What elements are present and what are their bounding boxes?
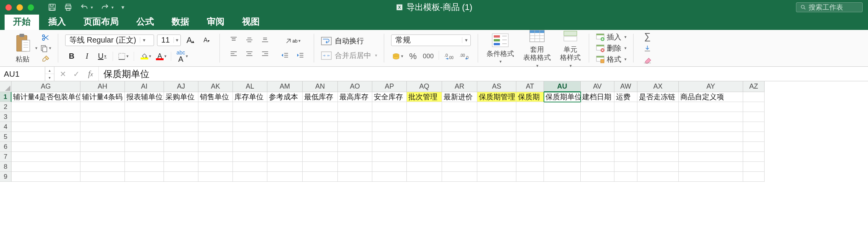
accounting-format-button[interactable]: ▾: [391, 51, 404, 62]
cell[interactable]: [516, 162, 544, 172]
cell[interactable]: [679, 142, 743, 152]
tab-公式[interactable]: 公式: [128, 13, 162, 30]
cell[interactable]: [372, 162, 407, 172]
cell[interactable]: [80, 132, 125, 142]
underline-button[interactable]: U▾: [96, 51, 109, 62]
cell[interactable]: [637, 142, 679, 152]
cell[interactable]: [442, 172, 477, 182]
cell[interactable]: [198, 162, 233, 172]
cell[interactable]: [442, 122, 477, 132]
cell[interactable]: [303, 132, 338, 142]
cell[interactable]: [544, 172, 581, 182]
cell[interactable]: [198, 102, 233, 112]
cell[interactable]: [442, 132, 477, 142]
search-input[interactable]: [809, 3, 858, 12]
tab-插入[interactable]: 插入: [40, 13, 74, 30]
cell[interactable]: 最低库存: [303, 92, 338, 102]
cell[interactable]: [743, 172, 765, 182]
search-box[interactable]: [796, 2, 863, 12]
cell[interactable]: [516, 142, 544, 152]
cell[interactable]: [198, 152, 233, 162]
autosum-button[interactable]: ∑: [640, 31, 654, 42]
cell[interactable]: 建档日期: [581, 92, 614, 102]
cell[interactable]: [125, 162, 164, 172]
cell[interactable]: [743, 92, 765, 102]
decrease-decimal-button[interactable]: .00.0: [458, 51, 471, 62]
italic-button[interactable]: I: [80, 51, 93, 62]
cell[interactable]: [407, 122, 442, 132]
cell[interactable]: [581, 102, 614, 112]
cell[interactable]: [679, 162, 743, 172]
cell[interactable]: [198, 112, 233, 122]
column-header[interactable]: AH: [80, 81, 125, 92]
font-name-combo[interactable]: 等线 Regular (正文) ▾: [65, 35, 154, 46]
formula-input[interactable]: [99, 67, 868, 81]
cell[interactable]: [164, 122, 198, 132]
cell[interactable]: 最高库存: [338, 92, 372, 102]
minimize-window-button[interactable]: [16, 4, 23, 11]
cell[interactable]: [125, 152, 164, 162]
percent-button[interactable]: %: [406, 51, 419, 62]
cell[interactable]: [11, 152, 80, 162]
cell[interactable]: [407, 102, 442, 112]
cell[interactable]: [372, 112, 407, 122]
cell[interactable]: [516, 102, 544, 112]
cell[interactable]: [743, 132, 765, 142]
copy-button[interactable]: ▾: [40, 43, 51, 53]
cell[interactable]: [198, 172, 233, 182]
column-header[interactable]: AU: [544, 81, 581, 92]
row-header[interactable]: 4: [0, 122, 11, 132]
cell[interactable]: [11, 122, 80, 132]
insert-cells-button[interactable]: 插入▾: [596, 32, 627, 42]
decrease-indent-button[interactable]: [278, 50, 292, 61]
cell[interactable]: [267, 152, 303, 162]
cell[interactable]: [198, 142, 233, 152]
tab-页面布局[interactable]: 页面布局: [75, 13, 127, 30]
qat-customize-icon[interactable]: ▾: [121, 4, 124, 11]
cut-button[interactable]: [40, 33, 51, 43]
cell[interactable]: [679, 112, 743, 122]
name-box-stepper[interactable]: ▴▾: [45, 67, 54, 81]
cell[interactable]: [407, 132, 442, 142]
cell[interactable]: [581, 122, 614, 132]
cell[interactable]: [80, 152, 125, 162]
cell[interactable]: [267, 112, 303, 122]
cell[interactable]: [233, 172, 267, 182]
cell[interactable]: [637, 132, 679, 142]
cell[interactable]: 是否走冻链: [637, 92, 679, 102]
orientation-button[interactable]: ab▾: [285, 36, 300, 46]
conditional-formatting-button[interactable]: 条件格式 ▾: [485, 31, 516, 66]
font-size-combo[interactable]: 11 ▾: [157, 35, 181, 46]
bold-button[interactable]: B: [65, 51, 78, 62]
fill-button[interactable]: [640, 43, 654, 54]
undo-button[interactable]: ▾: [80, 3, 93, 12]
cell[interactable]: [303, 162, 338, 172]
align-top-button[interactable]: [227, 35, 241, 45]
cell[interactable]: [80, 162, 125, 172]
column-header[interactable]: AL: [233, 81, 267, 92]
cancel-formula-button[interactable]: ✕: [60, 69, 66, 79]
column-header[interactable]: AZ: [743, 81, 765, 92]
cell[interactable]: [164, 172, 198, 182]
cell[interactable]: [407, 152, 442, 162]
cell[interactable]: [125, 132, 164, 142]
tab-视图[interactable]: 视图: [234, 13, 268, 30]
cell[interactable]: [303, 142, 338, 152]
cell[interactable]: [80, 122, 125, 132]
cell[interactable]: 保质期管理: [477, 92, 516, 102]
cell[interactable]: [303, 112, 338, 122]
cell[interactable]: [544, 152, 581, 162]
cell[interactable]: [637, 152, 679, 162]
column-header[interactable]: AS: [477, 81, 516, 92]
cell[interactable]: [544, 132, 581, 142]
delete-cells-button[interactable]: 删除▾: [596, 43, 627, 53]
number-format-combo[interactable]: 常规 ▾: [391, 35, 471, 46]
align-left-button[interactable]: [227, 49, 241, 59]
shrink-font-button[interactable]: A▾: [200, 35, 213, 46]
tab-数据[interactable]: 数据: [163, 13, 198, 30]
cell[interactable]: 保质期单位: [544, 92, 581, 102]
cell[interactable]: [407, 142, 442, 152]
column-header[interactable]: AT: [516, 81, 544, 92]
row-header[interactable]: 8: [0, 162, 11, 172]
column-header[interactable]: AV: [581, 81, 614, 92]
